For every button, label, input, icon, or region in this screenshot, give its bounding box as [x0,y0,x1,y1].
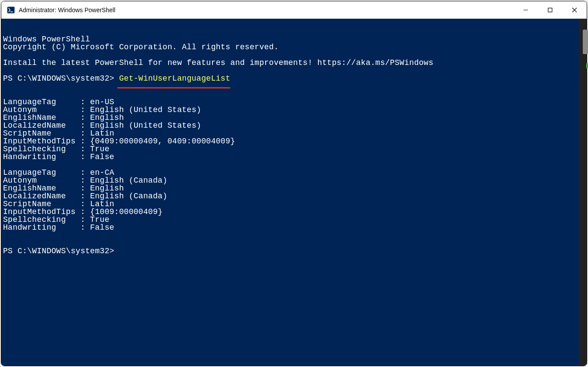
terminal-output[interactable]: Windows PowerShell Copyright (C) Microso… [1,19,587,366]
red-underline-annotation [117,87,230,88]
prompt-1-prefix: PS C:\WINDOWS\system32> [3,74,119,83]
minimize-button[interactable] [514,1,538,18]
powershell-window: Administrator: Windows PowerShell Window… [1,1,587,366]
header-line-1: Windows PowerShell [3,35,90,44]
command-entered: Get-WinUserLanguageList [119,74,230,83]
install-message: Install the latest PowerShell for new fe… [3,58,433,67]
green-indicator [586,63,588,68]
command-results: LanguageTag : en-US Autonym : English (U… [3,98,235,232]
window-title: Administrator: Windows PowerShell [19,7,514,14]
svg-rect-0 [7,7,15,13]
header-line-2: Copyright (C) Microsoft Corporation. All… [3,43,279,51]
maximize-button[interactable] [538,1,562,18]
powershell-icon [7,6,15,14]
scrollbar[interactable] [579,19,587,366]
close-button[interactable] [562,1,587,18]
window-controls [514,1,587,18]
title-bar[interactable]: Administrator: Windows PowerShell [1,1,587,19]
prompt-2: PS C:\WINDOWS\system32> [3,247,114,255]
svg-rect-3 [548,8,552,12]
outer-scrollbar-thumb[interactable] [583,30,588,54]
